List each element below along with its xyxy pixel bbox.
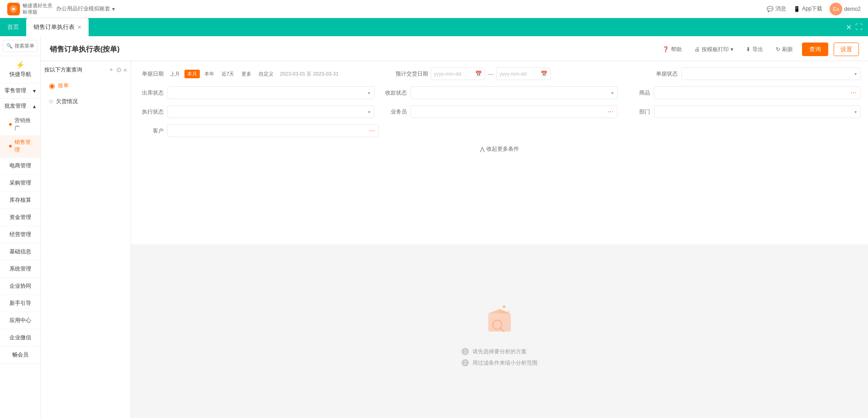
calendar-end-icon: 📅 xyxy=(541,71,547,77)
exec-status-label: 执行状态 xyxy=(138,108,164,116)
settings-scheme-button[interactable]: ⊙ xyxy=(116,66,122,73)
salesperson-dots-icon: ··· xyxy=(608,108,613,116)
refresh-button[interactable]: ↻ 刷新 xyxy=(772,44,797,55)
sidebar-item-sys-mgmt[interactable]: 系统管理 xyxy=(0,261,40,278)
collection-status-select[interactable] xyxy=(410,86,618,99)
tab-home[interactable]: 首页 xyxy=(0,18,26,36)
sidebar-item-app-center[interactable]: 应用中心 xyxy=(0,312,40,329)
filter-row-2: 出库状态 收款状态 xyxy=(138,86,861,99)
tab-sales-order[interactable]: 销售订单执行表 ✕ xyxy=(26,18,89,36)
date-filter-field: 单据日期 上月 本月 本年 近7天 更多 自定义 2023-03-01 至 20… xyxy=(138,70,388,78)
empty-step-1: 1 请先选择要分析的方案 xyxy=(462,348,538,356)
salesperson-input[interactable]: ··· xyxy=(410,105,618,118)
step-1-number: 1 xyxy=(462,348,469,355)
sidebar-item-finance[interactable]: 资金管理 xyxy=(0,209,40,226)
breadcrumb[interactable]: 办公用品行业模拟账套 ▾ xyxy=(56,5,115,13)
left-panel: 按以下方案查询 ＋ ⊙ « ◉ 按单 ○ 欠货情况 xyxy=(41,61,131,418)
sidebar-item-operations[interactable]: 经营管理 xyxy=(0,226,40,243)
sidebar-search-button[interactable]: 🔍 搜索菜单 xyxy=(3,40,38,52)
date-tab-more[interactable]: 更多 xyxy=(239,70,254,78)
exec-status-select[interactable] xyxy=(167,105,374,118)
date-tab-7days[interactable]: 近7天 xyxy=(219,70,237,78)
sidebar-item-purchase[interactable]: 采购管理 xyxy=(0,175,40,192)
sidebar-search-area: 🔍 搜索菜单 xyxy=(0,36,40,56)
tab-minimize-icon[interactable]: ✕ xyxy=(846,23,852,32)
avatar: Ea xyxy=(830,3,842,15)
left-panel-actions: ＋ ⊙ « xyxy=(106,66,127,74)
export-button[interactable]: ⬇ 导出 xyxy=(742,44,767,55)
date-tab-last-month[interactable]: 上月 xyxy=(167,70,183,78)
left-panel-header: 按以下方案查询 ＋ ⊙ « xyxy=(44,66,127,74)
scheme-by-order[interactable]: ◉ 按单 xyxy=(44,78,127,93)
add-scheme-button[interactable]: ＋ xyxy=(108,66,114,74)
sidebar-item-marketing[interactable]: 营销推广 xyxy=(0,114,40,135)
right-panel: 销售订单执行表(按单) ❓ 帮助 🖨 按模板打印 ▾ ⬇ 导出 ↻ xyxy=(41,36,868,418)
sidebar-item-basic-info[interactable]: 基础信息 xyxy=(0,243,40,261)
print-chevron-icon: ▾ xyxy=(731,46,733,52)
empty-state-icon xyxy=(477,295,522,341)
tab-maximize-icon[interactable]: ⛶ xyxy=(855,23,863,31)
status-label: 单据状态 xyxy=(652,70,678,78)
print-template-button[interactable]: 🖨 按模板打印 ▾ xyxy=(691,44,737,55)
message-icon: 💬 xyxy=(767,6,774,12)
sidebar-group-wholesale: 批发管理 ▴ 营销推广 销售管理 xyxy=(0,99,40,157)
stock-status-select[interactable] xyxy=(167,86,374,99)
dept-select[interactable] xyxy=(654,105,861,118)
sidebar-item-nav[interactable]: ⚡ 快捷导航 xyxy=(0,56,40,83)
collection-status-field: 收款状态 xyxy=(382,86,618,99)
user-menu[interactable]: Ea demo2 xyxy=(830,3,861,15)
settings-button[interactable]: 设置 xyxy=(834,43,859,56)
chevron-wholesale-icon: ▴ xyxy=(33,103,36,109)
sidebar-group-wholesale-title[interactable]: 批发管理 ▴ xyxy=(0,99,40,114)
stock-chevron-icon xyxy=(368,90,370,96)
date-tab-this-month[interactable]: 本月 xyxy=(184,70,200,78)
sidebar-item-enterprise-wechat[interactable]: 企业微信 xyxy=(0,329,40,347)
sidebar-item-member[interactable]: 畅会员 xyxy=(0,347,40,364)
goods-label: 商品 xyxy=(625,89,650,97)
scheme-by-debt[interactable]: ○ 欠货情况 xyxy=(44,94,127,109)
tab-close-icon[interactable]: ✕ xyxy=(77,24,81,30)
goods-input[interactable]: ··· xyxy=(654,86,861,99)
main-layout: 🔍 搜索菜单 ⚡ 快捷导航 零售管理 ▾ 批发管理 ▴ 营销推广 xyxy=(0,36,868,418)
export-icon: ⬇ xyxy=(746,46,750,52)
salesperson-field: 业务员 ··· xyxy=(382,105,618,118)
expected-date-end[interactable]: yyyy-mm-dd 📅 xyxy=(496,67,551,80)
sidebar-item-new-user[interactable]: 新手引导 xyxy=(0,295,40,312)
expected-date-start[interactable]: yyyy-mm-dd 📅 xyxy=(431,67,485,80)
sidebar: 🔍 搜索菜单 ⚡ 快捷导航 零售管理 ▾ 批发管理 ▴ 营销推广 xyxy=(0,36,41,418)
print-icon: 🖨 xyxy=(694,46,700,52)
collection-status-label: 收款状态 xyxy=(382,89,407,97)
collection-chevron-icon xyxy=(611,90,613,96)
customer-dots-icon: ··· xyxy=(369,127,375,135)
search-icon: 🔍 xyxy=(6,43,13,49)
date-tab-custom[interactable]: 自定义 xyxy=(256,70,276,78)
debt-icon: ○ xyxy=(49,97,53,105)
expected-date-field: 预计交货日期 yyyy-mm-dd 📅 — yyyy-mm-dd 📅 xyxy=(396,67,646,80)
app-download-button[interactable]: 📱 App下载 xyxy=(793,5,822,13)
sidebar-item-ecommerce[interactable]: 电商管理 xyxy=(0,157,40,175)
customer-input[interactable]: ··· xyxy=(167,124,379,137)
tab-bar: 首页 销售订单执行表 ✕ ✕ ⛶ xyxy=(0,18,868,36)
status-select[interactable] xyxy=(681,67,861,80)
logo-icon xyxy=(7,3,20,15)
help-button[interactable]: ❓ 帮助 xyxy=(659,44,685,55)
query-button[interactable]: 查询 xyxy=(802,43,828,56)
collapse-more-button[interactable]: ⋀ 收起更多条件 xyxy=(138,143,861,157)
nav-icon: ⚡ xyxy=(16,61,25,69)
dot-icon xyxy=(9,123,12,126)
calendar-start-icon: 📅 xyxy=(475,71,482,77)
message-button[interactable]: 💬 消息 xyxy=(767,5,786,13)
customer-field: 客户 ··· xyxy=(138,124,379,137)
page-header: 销售订单执行表(按单) ❓ 帮助 🖨 按模板打印 ▾ ⬇ 导出 ↻ xyxy=(41,36,868,61)
sidebar-item-inventory[interactable]: 库存核算 xyxy=(0,192,40,209)
sidebar-group-retail-title[interactable]: 零售管理 ▾ xyxy=(0,83,40,98)
sidebar-item-sales-mgmt[interactable]: 销售管理 xyxy=(0,135,40,157)
header-right: 💬 消息 📱 App下载 Ea demo2 xyxy=(767,3,861,15)
collapse-panel-button[interactable]: « xyxy=(123,66,127,73)
sidebar-item-enterprise[interactable]: 企业协同 xyxy=(0,278,40,295)
help-icon: ❓ xyxy=(662,46,669,52)
logo[interactable]: 畅捷通好生意 标准版 xyxy=(7,3,52,15)
date-tab-this-year[interactable]: 本年 xyxy=(202,70,217,78)
refresh-icon: ↻ xyxy=(776,46,780,52)
sidebar-group-retail: 零售管理 ▾ xyxy=(0,83,40,99)
